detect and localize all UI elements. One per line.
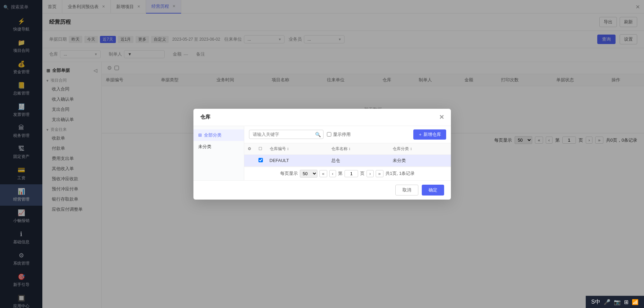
modal-cancel-button[interactable]: 取消: [395, 185, 418, 196]
warehouse-table: ⚙ ☐ 仓库编号 ↕ 仓库名称 ↕ 仓库分类 ↕ DEFAU: [244, 143, 451, 167]
wh-col-name[interactable]: 仓库名称 ↕: [328, 143, 389, 155]
warehouse-search-input[interactable]: [249, 130, 324, 139]
modal-page-input[interactable]: [345, 170, 358, 177]
modal-search-wrap: 🔍: [249, 130, 324, 139]
wh-col-settings: ⚙: [244, 143, 255, 155]
modal-last-page[interactable]: »: [376, 170, 383, 177]
modal-confirm-button[interactable]: 确定: [422, 185, 444, 196]
grid2-icon: ⊞: [198, 132, 202, 138]
taskbar-camera[interactable]: 📷: [614, 299, 621, 305]
modal-title: 仓库: [200, 114, 210, 120]
wh-cell-check-1[interactable]: [255, 155, 266, 166]
wh-col-code[interactable]: 仓库编号 ↕: [266, 143, 328, 155]
modal-overlay: 仓库 ✕ ⊞ 全部分类 未分类 🔍: [0, 0, 644, 308]
taskbar-grid[interactable]: ⊞: [624, 299, 628, 305]
warehouse-table-header: ⚙ ☐ 仓库编号 ↕ 仓库名称 ↕ 仓库分类 ↕: [244, 143, 451, 155]
category-uncategorized[interactable]: 未分类: [193, 141, 244, 152]
taskbar-logo: S中: [591, 299, 600, 306]
modal-header: 仓库 ✕: [193, 109, 451, 126]
warehouse-row-1[interactable]: DEFAULT 总仓 未分类: [244, 155, 451, 166]
show-disabled-checkbox[interactable]: [327, 132, 331, 137]
modal-toolbar: 🔍 显示停用 ＋ 新增仓库: [244, 126, 451, 143]
wh-cell-name-1: 总仓: [328, 155, 389, 166]
show-disabled-label[interactable]: 显示停用: [327, 131, 351, 138]
modal-page-suffix: 页: [360, 170, 365, 177]
wh-col-category[interactable]: 仓库分类 ↕: [389, 143, 451, 155]
modal-page-label: 第: [338, 170, 342, 177]
wh-cell-category-1: 未分类: [389, 155, 451, 166]
modal-table-container: ⚙ ☐ 仓库编号 ↕ 仓库名称 ↕ 仓库分类 ↕ DEFAU: [244, 143, 451, 167]
modal-close-button[interactable]: ✕: [439, 114, 444, 121]
modal-prev-page[interactable]: ‹: [329, 170, 336, 177]
modal-pagination: 每页显示 50 100 « ‹ 第 页 › » 共1页, 1条记录: [244, 167, 451, 180]
wh-cell-code-1: DEFAULT: [266, 155, 328, 166]
modal-first-page[interactable]: «: [319, 170, 327, 177]
modal-search-icon: 🔍: [315, 132, 321, 137]
modal-right-panel: 🔍 显示停用 ＋ 新增仓库 ⚙ ☐ 仓库编号 ↕: [244, 126, 451, 180]
wh-cell-settings-1: [244, 155, 255, 166]
modal-per-page-label: 每页显示: [280, 170, 298, 177]
modal-footer: 取消 确定: [193, 180, 451, 200]
modal-left-panel: ⊞ 全部分类 未分类: [193, 126, 244, 180]
taskbar-mic[interactable]: 🎤: [604, 299, 610, 305]
add-warehouse-button[interactable]: ＋ 新增仓库: [413, 129, 446, 140]
taskbar-wifi[interactable]: 📶: [632, 299, 639, 305]
taskbar: S中 🎤 📷 ⊞ 📶: [586, 296, 644, 308]
category-all[interactable]: ⊞ 全部分类: [193, 129, 244, 141]
modal-body: ⊞ 全部分类 未分类 🔍 显示停用: [193, 126, 451, 180]
modal-total-info: 共1页, 1条记录: [386, 170, 415, 177]
warehouse-modal: 仓库 ✕ ⊞ 全部分类 未分类 🔍: [193, 109, 451, 200]
modal-next-page[interactable]: ›: [367, 170, 373, 177]
wh-checkbox-1[interactable]: [258, 158, 263, 162]
modal-per-page-select[interactable]: 50 100: [300, 170, 317, 178]
wh-col-check: ☐: [255, 143, 266, 155]
